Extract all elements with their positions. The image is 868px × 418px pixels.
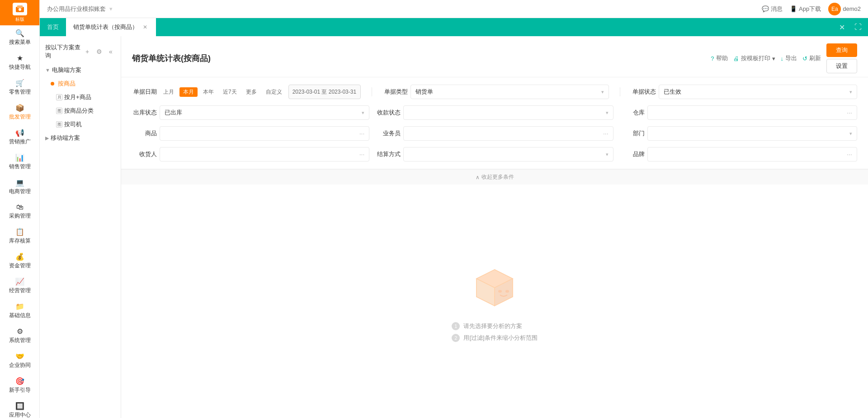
date-shortcut-7days[interactable]: 近7天 (219, 87, 241, 97)
sidebar-item-sales[interactable]: 📊 销售管理 (0, 150, 40, 175)
tree-item-mobile[interactable]: ▶ 移动端方案 (40, 131, 121, 145)
date-shortcut-custom[interactable]: 自定义 (262, 87, 286, 97)
receiptstatus-input[interactable]: ▾ (403, 105, 613, 120)
wholesale-icon: 📦 (15, 104, 24, 112)
date-shortcut-more[interactable]: 更多 (242, 87, 260, 97)
tab-report-label: 销货单统计表（按商品） (73, 23, 138, 31)
message-icon: 💬 (762, 5, 769, 12)
settings-button[interactable]: 设置 (826, 59, 857, 73)
goods-input[interactable]: ··· (160, 126, 369, 141)
sidebar-label-apps: 应用中心 (9, 411, 31, 418)
tree-item-by-month-goods[interactable]: 月 按月+商品 (40, 90, 121, 104)
sidebar-item-apps[interactable]: 🔲 应用中心 (0, 398, 40, 418)
marketing-icon: 📢 (15, 128, 24, 137)
query-button[interactable]: 查询 (826, 43, 857, 57)
sidebar-item-retail[interactable]: 🛒 零售管理 (0, 75, 40, 100)
sidebar-item-finance[interactable]: 💰 资金管理 (0, 249, 40, 274)
tree-item-pc[interactable]: ▼ 电脑端方案 (40, 63, 121, 77)
avatar-text: Ea (831, 6, 838, 12)
warehouse-input[interactable]: ··· (647, 105, 857, 120)
sidebar-item-marketing[interactable]: 📢 营销推广 (0, 125, 40, 150)
finance-icon: 💰 (15, 252, 24, 261)
sidebar-item-search[interactable]: 🔍 搜索菜单 (0, 25, 40, 50)
consignee-label: 收货人 (132, 150, 157, 158)
refresh-icon: ↺ (802, 55, 807, 62)
svg-rect-1 (17, 5, 23, 8)
page-header: 销货单统计表(按商品) ? 帮助 🖨 按模板打印 ▾ ↓ 导出 (121, 36, 868, 77)
sidebar-label-operations: 经营管理 (9, 287, 31, 294)
collapse-bar[interactable]: ∧ 收起更多条件 (121, 169, 868, 185)
expand-icon: ▼ (45, 67, 50, 73)
sidebar-label-basic: 基础信息 (9, 312, 31, 319)
system-icon: ⚙ (17, 327, 23, 336)
date-field-label: 单据日期 (132, 88, 157, 96)
logo-icon (13, 3, 27, 15)
warehouse-label: 仓库 (620, 109, 645, 117)
sidebar-label-system: 系统管理 (9, 337, 31, 344)
filter-sidebar: 按以下方案查询 + ⚙ « ▼ 电脑端方案 按商品 月 按月+商品 (40, 36, 121, 418)
sidebar-item-inventory[interactable]: 📋 库存核算 (0, 224, 40, 249)
tree-item-by-category[interactable]: 图 按商品分类 (40, 104, 121, 118)
tab-report[interactable]: 销货单统计表（按商品） ✕ (66, 18, 156, 36)
tab-close-button[interactable]: ✕ (142, 24, 149, 31)
main-content: 销货单统计表(按商品) ? 帮助 🖨 按模板打印 ▾ ↓ 导出 (121, 36, 868, 418)
export-button[interactable]: ↓ 导出 (781, 54, 797, 62)
tab-close-all-button[interactable]: ✕ (835, 21, 848, 33)
dept-label: 部门 (620, 129, 645, 138)
sidebar-item-quick[interactable]: ★ 快捷导航 (0, 50, 40, 75)
scheme-settings-button[interactable]: ⚙ (94, 47, 104, 56)
sidebar-label-retail: 零售管理 (9, 88, 31, 96)
sidebar-item-basic[interactable]: 📁 基础信息 (0, 299, 40, 323)
sidebar-item-guide[interactable]: 🎯 新手引导 (0, 373, 40, 398)
salesperson-input[interactable]: ··· (403, 126, 613, 141)
tab-expand-button[interactable]: ⛶ (852, 21, 864, 33)
type-dropdown-arrow: ▾ (601, 89, 604, 95)
print-button[interactable]: 🖨 按模板打印 ▾ (733, 54, 775, 62)
date-shortcut-this-month[interactable]: 本月 (179, 87, 198, 97)
filter-row-3: 商品 ··· 业务员 ··· 部门 (132, 126, 857, 141)
dept-input[interactable]: ▾ (647, 126, 857, 141)
collapse-sidebar-button[interactable]: « (106, 47, 115, 56)
tree-item-by-goods[interactable]: 按商品 (40, 77, 121, 90)
apps-icon: 🔲 (15, 402, 24, 410)
date-shortcut-this-year[interactable]: 本年 (199, 87, 217, 97)
consignee-input[interactable]: ··· (160, 147, 369, 162)
status-field-value: 已生效 (664, 88, 681, 96)
add-scheme-button[interactable]: + (83, 47, 92, 56)
brand-input[interactable]: ··· (647, 147, 857, 162)
date-shortcut-last-month[interactable]: 上月 (160, 87, 178, 97)
divider-2 (620, 87, 620, 96)
dropdown-arrow[interactable]: ▾ (109, 5, 113, 12)
help-button[interactable]: ? 帮助 (711, 54, 727, 62)
message-button[interactable]: 💬 消息 (762, 5, 783, 13)
sidebar-label-inventory: 库存核算 (9, 237, 31, 245)
sales-icon: 📊 (15, 153, 24, 162)
user-menu-button[interactable]: Ea demo2 (828, 3, 861, 15)
brand-label: 品牌 (620, 150, 645, 158)
payment-input[interactable]: ▾ (403, 147, 613, 162)
logo-svg (15, 4, 25, 14)
tree-item-by-driver[interactable]: 图 按司机 (40, 118, 121, 131)
empty-tips: 1 请先选择要分析的方案 2 用[过滤]条件来缩小分析范围 (452, 322, 537, 342)
goods-dots: ··· (359, 130, 365, 137)
tab-home[interactable]: 首页 (40, 18, 66, 36)
sidebar-label-marketing: 营销推广 (9, 138, 31, 146)
sidebar-item-purchase[interactable]: 🛍 采购管理 (0, 200, 40, 224)
type-field-input[interactable]: 销货单 ▾ (410, 85, 609, 99)
salesperson-dots: ··· (603, 130, 609, 137)
type-field-label: 单据类型 (383, 88, 408, 96)
sidebar-item-operations[interactable]: 📈 经营管理 (0, 274, 40, 299)
tip-num-2: 2 (452, 334, 460, 342)
app-download-button[interactable]: 📱 App下载 (790, 5, 821, 13)
status-field-input[interactable]: 已生效 ▾ (659, 85, 857, 99)
print-dropdown-arrow[interactable]: ▾ (772, 55, 775, 62)
help-label: 帮助 (716, 54, 728, 62)
sidebar-item-ecommerce[interactable]: 💻 电商管理 (0, 175, 40, 200)
tree-label-by-goods: 按商品 (58, 80, 75, 88)
outstatus-input[interactable]: 已出库 ▾ (160, 105, 369, 120)
sidebar-item-wholesale[interactable]: 📦 批发管理 (0, 100, 40, 125)
sidebar-item-system[interactable]: ⚙ 系统管理 (0, 323, 40, 348)
sidebar-item-collab[interactable]: 🤝 企业协同 (0, 348, 40, 373)
refresh-button[interactable]: ↺ 刷新 (802, 54, 821, 62)
date-range-input[interactable]: 2023-03-01 至 2023-03-31 (288, 85, 361, 99)
